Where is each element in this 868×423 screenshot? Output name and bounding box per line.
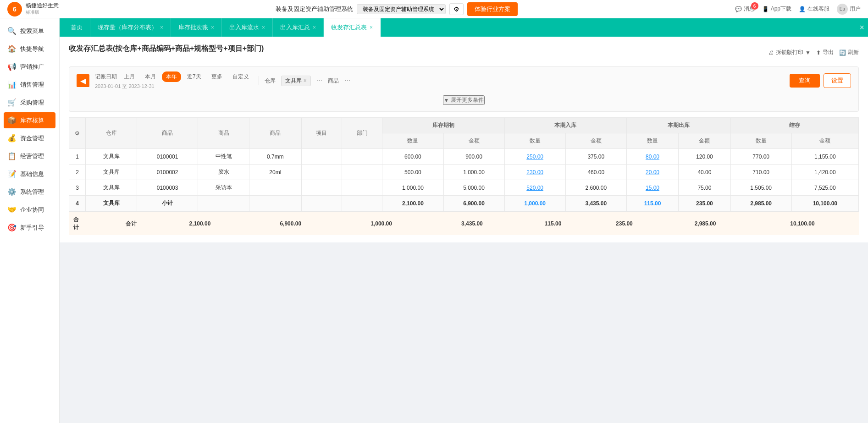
tab-close-inout-summary[interactable]: ×: [313, 24, 316, 31]
tab-close-inout-flow[interactable]: ×: [262, 24, 265, 31]
sidebar-item-operations[interactable]: 📋 经营管理: [0, 147, 59, 165]
total-open-amt: 6,900.00: [245, 220, 336, 228]
refresh-button[interactable]: 🔄 刷新: [839, 49, 859, 56]
tab-bar-close-button[interactable]: ×: [859, 23, 864, 33]
sidebar-label-search: 搜索菜单: [20, 27, 44, 35]
date-btn-more[interactable]: 更多: [207, 71, 227, 82]
tab-close-batch-account[interactable]: ×: [211, 24, 214, 31]
main-layout: 🔍 搜索菜单 🏠 快捷导航 📢 营销推广 📊 销售管理 🛒 采购管理 📦 库存核…: [0, 18, 868, 423]
print-icon: 🖨: [768, 49, 774, 56]
messages-badge: 6: [751, 2, 758, 10]
total-open-qty: 2,100.00: [155, 220, 245, 228]
row2-in-qty[interactable]: 230.00: [504, 165, 565, 180]
operations-icon: 📋: [7, 152, 17, 160]
sidebar-item-marketing[interactable]: 📢 营销推广: [0, 58, 59, 76]
date-btn-custom[interactable]: 自定义: [228, 71, 253, 82]
sidebar-item-sales[interactable]: 📊 销售管理: [0, 76, 59, 93]
tab-inout-flow[interactable]: 出入库流水 ×: [222, 18, 273, 37]
row3-project: [301, 180, 342, 196]
sidebar-item-finance[interactable]: 💰 资金管理: [0, 129, 59, 147]
logo-area: 6 畅捷通好生意 标准版: [7, 2, 59, 16]
subtotal-empty4: [342, 196, 382, 211]
subtotal-empty3: [301, 196, 342, 211]
page-inner: 收发存汇总表(按仓库+商品编码+商品+规格型号+项目+部门) 🖨 拆锁版打印 ▼…: [60, 37, 868, 242]
sidebar-label-inventory: 库存核算: [20, 116, 44, 125]
trial-button[interactable]: 体验行业方案: [467, 2, 518, 16]
user-item[interactable]: Ea 用户: [837, 4, 861, 15]
subtotal-in-qty[interactable]: 1,000.00: [504, 196, 565, 211]
row2-seq: 2: [69, 165, 86, 180]
logo-subtitle: 标准版: [26, 9, 59, 16]
messages-item[interactable]: 💬 消息 6: [735, 5, 755, 13]
tab-close-inventory-dist[interactable]: ×: [160, 24, 163, 31]
tab-batch-account[interactable]: 库存批次账 ×: [171, 18, 222, 37]
subhdr-in-amt: 金额: [565, 133, 626, 149]
system-selector[interactable]: 装备及固定资产辅助管理系统: [357, 4, 446, 14]
logo-icon: 6: [7, 2, 22, 16]
page-title: 收发存汇总表(按仓库+商品编码+商品+规格型号+项目+部门): [69, 44, 264, 54]
expand-more-button[interactable]: ▼ 展开更多条件: [443, 95, 485, 105]
tab-bar: 首页 现存量（库存分布表） × 库存批次账 × 出入库流水 × 出入库汇总 × …: [60, 18, 868, 37]
sidebar-item-purchase[interactable]: 🛒 采购管理: [0, 93, 59, 111]
row3-in-qty[interactable]: 520.00: [504, 180, 565, 196]
sidebar-item-newbie[interactable]: 🎯 新手引导: [0, 219, 59, 236]
date-btn-this-year[interactable]: 本年: [162, 71, 181, 82]
row2-close-qty: 710.00: [730, 165, 791, 180]
row1-out-qty[interactable]: 80.00: [626, 149, 678, 165]
tab-receive-summary[interactable]: 收发存汇总表 ×: [324, 18, 381, 37]
gear-button[interactable]: ⚙: [449, 3, 464, 15]
sidebar-item-search[interactable]: 🔍 搜索菜单: [0, 22, 59, 40]
total-close-amt: 10,100.00: [751, 220, 854, 228]
app-download-item[interactable]: 📱 App下载: [762, 5, 791, 13]
col-settings[interactable]: ⚙: [69, 118, 86, 149]
print-button[interactable]: 🖨 拆锁版打印 ▼: [768, 49, 811, 56]
sidebar-item-system[interactable]: ⚙️ 系统管理: [0, 183, 59, 201]
sidebar-item-quick-nav[interactable]: 🏠 快捷导航: [0, 40, 59, 58]
filter-expand-button[interactable]: ◀: [77, 74, 89, 87]
sidebar-item-inventory[interactable]: 📦 库存核算: [4, 112, 55, 128]
tab-inout-summary[interactable]: 出入库汇总 ×: [273, 18, 324, 37]
subhdr-out-qty: 数量: [626, 133, 678, 149]
row1-project: [301, 149, 342, 165]
sidebar-item-basic-info[interactable]: 📝 基础信息: [0, 165, 59, 183]
goods-more-dots[interactable]: ···: [344, 77, 350, 85]
subtotal-out-qty[interactable]: 115.00: [626, 196, 678, 211]
date-btn-this-month[interactable]: 本月: [141, 71, 160, 82]
col-closing-header: 结存: [730, 118, 858, 133]
total-out-qty: 115.00: [517, 220, 588, 228]
row1-in-qty[interactable]: 250.00: [504, 149, 565, 165]
row3-out-qty[interactable]: 15.00: [626, 180, 678, 196]
date-btn-7days[interactable]: 近7天: [183, 71, 205, 82]
col-period-out-header: 本期出库: [626, 118, 730, 133]
export-button[interactable]: ⬆ 导出: [816, 49, 834, 56]
sidebar-label-enterprise: 企业协同: [20, 206, 44, 214]
col-opening-header: 库存期初: [382, 118, 504, 133]
subtotal-close-amt: 10,100.00: [791, 196, 858, 211]
subhdr-open-qty: 数量: [382, 133, 443, 149]
settings-button[interactable]: 设置: [824, 73, 851, 88]
warehouse-tag[interactable]: 文具库 ×: [281, 76, 311, 86]
enterprise-icon: 🤝: [7, 205, 17, 214]
tab-close-receive-summary[interactable]: ×: [370, 24, 373, 31]
warehouse-more-dots[interactable]: ···: [316, 77, 322, 85]
total-close-qty: 2,985.00: [660, 220, 751, 228]
row2-out-qty[interactable]: 20.00: [626, 165, 678, 180]
tab-home[interactable]: 首页: [63, 18, 90, 37]
row1-department: [342, 149, 382, 165]
date-btn-last-month[interactable]: 上月: [120, 71, 139, 82]
total-in-amt: 3,435.00: [426, 220, 517, 228]
search-icon: 🔍: [7, 27, 17, 35]
query-button[interactable]: 查询: [790, 74, 820, 88]
subtotal-open-qty: 2,100.00: [382, 196, 443, 211]
tab-inventory-dist[interactable]: 现存量（库存分布表） ×: [90, 18, 171, 37]
sidebar-item-enterprise[interactable]: 🤝 企业协同: [0, 201, 59, 219]
row2-department: [342, 165, 382, 180]
subtotal-empty2: [249, 196, 301, 211]
subhdr-in-qty: 数量: [504, 133, 565, 149]
marketing-icon: 📢: [7, 62, 17, 71]
service-icon: 👤: [799, 6, 806, 12]
online-service-item[interactable]: 👤 在线客服: [799, 5, 829, 13]
warehouse-tag-close[interactable]: ×: [304, 77, 307, 84]
message-icon: 💬: [735, 6, 742, 12]
row3-close-amt: 7,525.00: [791, 180, 858, 196]
